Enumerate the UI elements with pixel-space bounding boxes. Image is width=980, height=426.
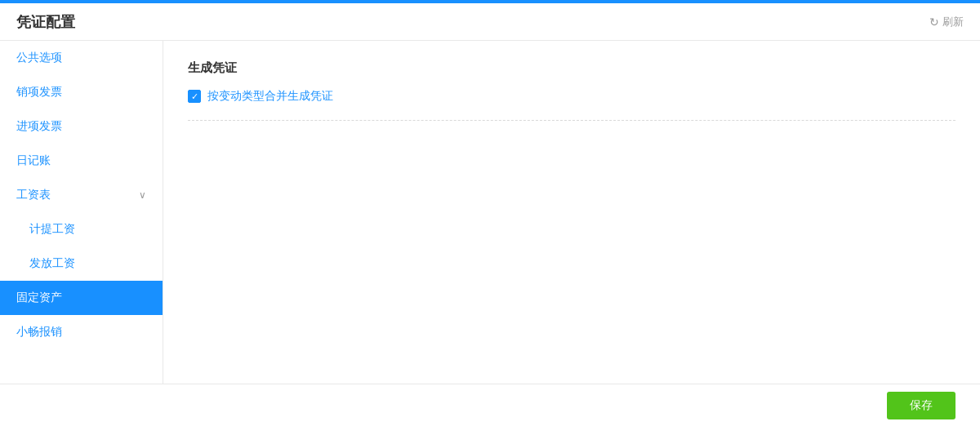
save-button[interactable]: 保存 [887,392,956,419]
sidebar-item-journal[interactable]: 日记账 [0,144,163,178]
refresh-icon: ↻ [929,16,939,29]
sidebar-item-fixed-assets[interactable]: 固定资产 [0,281,163,315]
sidebar-label-sales-invoice: 销项发票 [16,85,62,100]
footer: 保存 [0,384,980,426]
section-title: 生成凭证 [188,60,956,76]
content-area: 公共选项销项发票进项发票日记账工资表∨计提工资发放工资固定资产小畅报销 生成凭证… [0,41,980,384]
section-divider [188,120,956,121]
page-title: 凭证配置 [16,12,75,32]
sidebar: 公共选项销项发票进项发票日记账工资表∨计提工资发放工资固定资产小畅报销 [0,41,163,384]
sidebar-label-journal: 日记账 [16,153,51,168]
sidebar-label-purchase-invoice: 进项发票 [16,119,62,134]
sidebar-item-pay-salary[interactable]: 发放工资 [0,246,163,281]
sidebar-label-payroll-table: 工资表 [16,188,51,202]
header: 凭证配置 ↻ 刷新 [0,3,980,41]
sidebar-item-purchase-invoice[interactable]: 进项发票 [0,109,163,144]
checkbox-row: 按变动类型合并生成凭证 [188,89,956,104]
sidebar-item-expense-report[interactable]: 小畅报销 [0,315,163,349]
refresh-label: 刷新 [942,15,964,29]
sidebar-item-payroll-table[interactable]: 工资表∨ [0,178,163,212]
main-content: 生成凭证 按变动类型合并生成凭证 [163,41,980,384]
sidebar-label-pay-salary: 发放工资 [29,256,75,271]
sidebar-label-advance-salary: 计提工资 [29,222,75,237]
sidebar-item-public-options[interactable]: 公共选项 [0,41,163,75]
sidebar-item-sales-invoice[interactable]: 销项发票 [0,75,163,109]
sidebar-label-public-options: 公共选项 [16,51,62,65]
merge-checkbox-label[interactable]: 按变动类型合并生成凭证 [207,89,333,104]
refresh-button[interactable]: ↻ 刷新 [929,15,964,29]
merge-checkbox[interactable] [188,90,201,103]
sidebar-label-fixed-assets: 固定资产 [16,291,62,305]
sidebar-item-advance-salary[interactable]: 计提工资 [0,212,163,246]
sidebar-label-expense-report: 小畅报销 [16,325,62,339]
chevron-down-icon: ∨ [139,189,146,201]
page-wrapper: 凭证配置 ↻ 刷新 公共选项销项发票进项发票日记账工资表∨计提工资发放工资固定资… [0,0,980,426]
